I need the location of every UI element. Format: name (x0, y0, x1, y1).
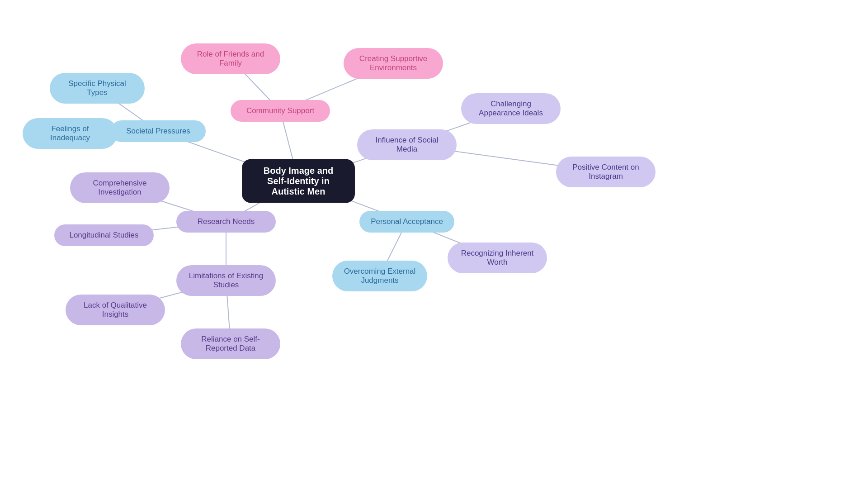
node-label-specific_physical_types: Specific Physical Types (61, 79, 134, 97)
node-specific_physical_types: Specific Physical Types (50, 73, 145, 104)
node-label-longitudinal_studies: Longitudinal Studies (69, 231, 138, 240)
node-label-role_of_friends_family: Role of Friends and Family (192, 50, 269, 68)
node-label-lack_of_qualitative_insights: Lack of Qualitative Insights (76, 301, 154, 319)
node-lack_of_qualitative_insights: Lack of Qualitative Insights (66, 295, 165, 325)
node-label-challenging_appearance_ideals: Challenging Appearance Ideals (472, 100, 550, 118)
node-personal_acceptance: Personal Acceptance (359, 211, 454, 233)
node-label-positive_content_instagram: Positive Content on Instagram (567, 163, 645, 181)
node-community_support: Community Support (231, 100, 330, 122)
node-longitudinal_studies: Longitudinal Studies (54, 224, 154, 246)
node-reliance_self_reported: Reliance on Self-Reported Data (181, 328, 280, 359)
node-label-recognizing_inherent_worth: Recognizing Inherent Worth (458, 249, 536, 267)
node-role_of_friends_family: Role of Friends and Family (181, 43, 280, 74)
node-feelings_of_inadequacy: Feelings of Inadequacy (23, 118, 118, 149)
node-label-societal_pressures: Societal Pressures (126, 127, 190, 136)
node-influence_social_media: Influence of Social Media (357, 129, 457, 160)
node-challenging_appearance_ideals: Challenging Appearance Ideals (461, 93, 561, 124)
node-research_needs: Research Needs (176, 211, 276, 233)
node-societal_pressures: Societal Pressures (111, 120, 206, 142)
node-label-overcoming_external_judgments: Overcoming External Judgments (343, 267, 416, 285)
node-label-personal_acceptance: Personal Acceptance (371, 217, 443, 226)
mindmap-container: Body Image and Self-Identity in Autistic… (0, 0, 868, 490)
node-label-influence_social_media: Influence of Social Media (368, 136, 446, 154)
node-label-community_support: Community Support (246, 106, 314, 115)
node-overcoming_external_judgments: Overcoming External Judgments (332, 261, 427, 291)
node-limitations_of_existing_studies: Limitations of Existing Studies (176, 265, 276, 296)
node-comprehensive_investigation: Comprehensive Investigation (70, 172, 170, 203)
node-positive_content_instagram: Positive Content on Instagram (556, 157, 656, 187)
node-label-limitations_of_existing_studies: Limitations of Existing Studies (187, 271, 265, 290)
node-label-comprehensive_investigation: Comprehensive Investigation (81, 179, 159, 197)
node-recognizing_inherent_worth: Recognizing Inherent Worth (448, 243, 547, 273)
node-creating_supportive_environments: Creating Supportive Environments (344, 48, 443, 79)
node-center: Body Image and Self-Identity in Autistic… (242, 159, 355, 203)
node-label-reliance_self_reported: Reliance on Self-Reported Data (192, 335, 269, 353)
node-label-center: Body Image and Self-Identity in Autistic… (253, 166, 344, 197)
node-label-feelings_of_inadequacy: Feelings of Inadequacy (33, 124, 107, 143)
node-label-research_needs: Research Needs (198, 217, 255, 226)
node-label-creating_supportive_environments: Creating Supportive Environments (354, 54, 432, 72)
